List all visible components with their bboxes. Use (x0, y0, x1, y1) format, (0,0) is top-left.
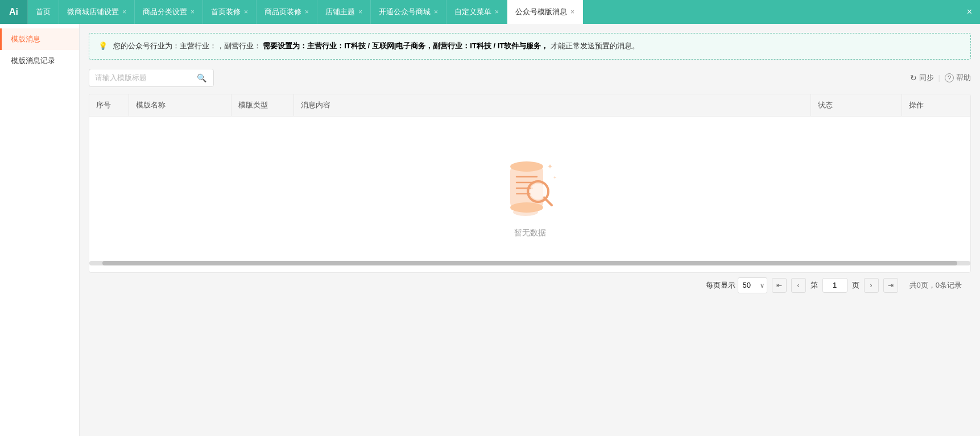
empty-illustration: ✦ ✦ (496, 151, 564, 219)
tab-template-msg[interactable]: 公众号模版消息 × (507, 0, 583, 24)
page-label: 第 (811, 280, 818, 290)
last-page-icon: ⇥ (888, 281, 894, 289)
svg-point-3 (510, 202, 543, 213)
sync-label: 同步 (919, 73, 934, 83)
sync-icon: ↻ (910, 73, 917, 82)
close-custom-menu[interactable]: × (495, 9, 499, 15)
col-name: 模版名称 (129, 94, 231, 116)
sidebar: 模版消息 模版消息记录 (0, 24, 80, 436)
tab-home-decor[interactable]: 首页装修 × (203, 0, 257, 24)
page-suffix: 页 (852, 280, 859, 290)
pagination: 每页显示 50 10 20 100 ⇤ ‹ 第 页 (89, 273, 971, 298)
per-page-wrap: 每页显示 50 10 20 100 (706, 277, 767, 293)
close-all-icon: × (967, 7, 972, 17)
close-store-theme[interactable]: × (358, 9, 362, 15)
tab-template-msg-label: 公众号模版消息 (515, 7, 567, 17)
main-layout: 模版消息 模版消息记录 💡 您的公众号行业为：主营行业：，副营行业： 需要设置为… (0, 24, 980, 436)
close-open-mall[interactable]: × (434, 9, 438, 15)
notice-banner: 💡 您的公众号行业为：主营行业：，副营行业： 需要设置为：主营行业：IT科技 /… (89, 33, 971, 60)
tab-product-decor-label: 商品页装修 (264, 7, 301, 17)
help-button[interactable]: ? 帮助 (945, 73, 971, 83)
tab-store-theme[interactable]: 店铺主题 × (317, 0, 371, 24)
empty-state: ✦ ✦ 暂无数据 (89, 117, 970, 261)
tab-weishop-label: 微商城店铺设置 (67, 7, 119, 17)
col-index: 序号 (89, 94, 129, 116)
tab-open-mall-label: 开通公众号商城 (379, 7, 431, 17)
last-page-button[interactable]: ⇥ (883, 278, 898, 293)
close-category-settings[interactable]: × (191, 9, 195, 15)
notice-prefix: 您的公众号行业为：主营行业：，副营行业： (113, 41, 261, 50)
top-navigation: Ai 首页 微商城店铺设置 × 商品分类设置 × 首页装修 × 商品页装修 × … (0, 0, 980, 24)
tab-category-label: 商品分类设置 (143, 7, 187, 17)
tab-home[interactable]: 首页 (28, 0, 59, 24)
search-icon: 🔍 (197, 73, 206, 82)
col-action: 操作 (902, 94, 970, 116)
sidebar-item-template-msg-log-label: 模版消息记录 (11, 56, 55, 65)
tab-store-theme-label: 店铺主题 (325, 7, 355, 17)
tab-open-mall[interactable]: 开通公众号商城 × (371, 0, 446, 24)
table-header: 序号 模版名称 模版类型 消息内容 状态 操作 (89, 94, 970, 117)
page-number-input[interactable] (822, 278, 847, 293)
sidebar-item-template-msg-label: 模版消息 (11, 35, 40, 43)
tab-custom-menu[interactable]: 自定义菜单 × (446, 0, 507, 24)
tab-weishop-settings[interactable]: 微商城店铺设置 × (59, 0, 135, 24)
svg-point-2 (510, 161, 543, 172)
sidebar-item-template-msg-log[interactable]: 模版消息记录 (0, 50, 79, 72)
first-page-icon: ⇤ (776, 281, 782, 289)
notice-suffix: 才能正常发送预置的消息。 (551, 41, 639, 50)
search-button[interactable]: 🔍 (197, 73, 206, 82)
col-status: 状态 (811, 94, 902, 116)
scrollbar-thumb[interactable] (102, 261, 957, 265)
next-page-icon: › (870, 281, 873, 289)
col-content: 消息内容 (294, 94, 811, 116)
close-all-tabs-button[interactable]: × (959, 0, 980, 24)
per-page-select-wrap[interactable]: 50 10 20 100 (738, 277, 767, 293)
search-input[interactable] (89, 69, 214, 87)
col-type: 模版类型 (231, 94, 294, 116)
prev-page-icon: ‹ (797, 281, 800, 289)
help-label: 帮助 (956, 73, 971, 83)
svg-point-10 (530, 184, 546, 200)
logo-text: Ai (9, 7, 18, 17)
tab-product-decor[interactable]: 商品页装修 × (257, 0, 317, 24)
search-bar: 🔍 ↻ 同步 | ? 帮助 (89, 69, 971, 87)
tab-category-settings[interactable]: 商品分类设置 × (135, 0, 203, 24)
toolbar-divider: | (938, 73, 940, 82)
close-home-decor[interactable]: × (244, 9, 248, 15)
pagination-total: 共0页，0条记录 (909, 280, 962, 290)
close-product-decor[interactable]: × (305, 9, 309, 15)
tab-custom-menu-label: 自定义菜单 (454, 7, 491, 17)
logo-tab[interactable]: Ai (0, 0, 28, 24)
first-page-button[interactable]: ⇤ (772, 278, 787, 293)
next-page-button[interactable]: › (864, 278, 879, 293)
notice-icon: 💡 (98, 41, 107, 50)
svg-text:✦: ✦ (553, 175, 557, 180)
close-template-msg[interactable]: × (570, 9, 574, 15)
prev-page-button[interactable]: ‹ (791, 278, 806, 293)
horizontal-scrollbar[interactable] (89, 261, 970, 265)
sync-button[interactable]: ↻ 同步 (910, 73, 934, 83)
notice-highlight: 需要设置为：主营行业：IT科技 / 互联网|电子商务，副营行业：IT科技 / I… (263, 41, 548, 50)
empty-icon: ✦ ✦ (496, 151, 564, 219)
close-weishop-settings[interactable]: × (122, 9, 126, 15)
content-area: 💡 您的公众号行业为：主营行业：，副营行业： 需要设置为：主营行业：IT科技 /… (80, 24, 980, 436)
sidebar-item-template-msg[interactable]: 模版消息 (0, 28, 79, 50)
data-table: 序号 模版名称 模版类型 消息内容 状态 操作 (89, 94, 971, 273)
per-page-label: 每页显示 (706, 280, 735, 290)
help-icon: ? (945, 73, 954, 82)
tab-home-decor-label: 首页装修 (211, 7, 241, 17)
empty-text: 暂无数据 (514, 228, 546, 238)
per-page-select[interactable]: 50 10 20 100 (738, 277, 767, 293)
sync-help-area: ↻ 同步 | ? 帮助 (910, 73, 971, 83)
tab-home-label: 首页 (36, 7, 51, 17)
svg-text:✦: ✦ (547, 163, 553, 171)
